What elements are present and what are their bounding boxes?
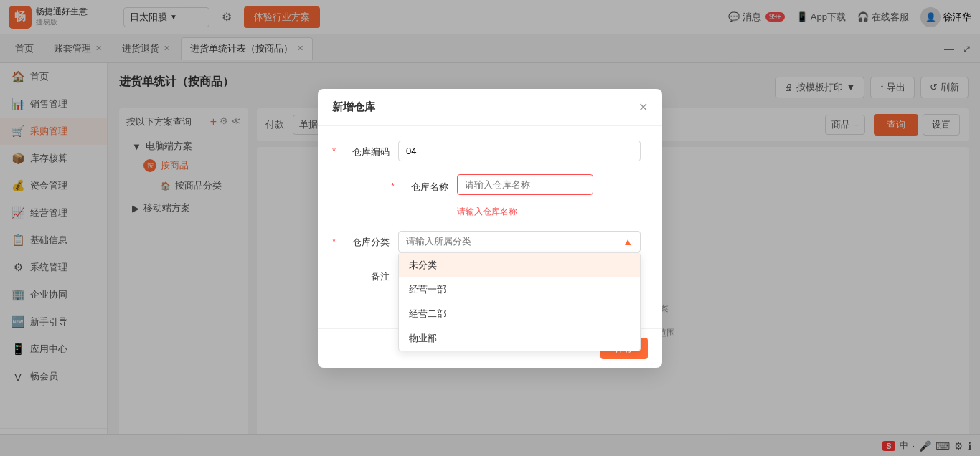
new-warehouse-modal: 新增仓库 ✕ 仓库编码 仓库名称 请输入仓库名称 仓库分类 — [318, 89, 662, 368]
code-label: 仓库编码 — [339, 141, 390, 158]
form-row-code: 仓库编码 — [339, 141, 641, 161]
name-error-msg: 请输入仓库名称 — [457, 206, 517, 217]
modal-close-button[interactable]: ✕ — [639, 100, 648, 114]
category-option-dept1[interactable]: 经营一部 — [399, 277, 640, 302]
name-input[interactable] — [457, 174, 593, 195]
modal-overlay: 新增仓库 ✕ 仓库编码 仓库名称 请输入仓库名称 仓库分类 — [0, 0, 980, 456]
form-row-name: 仓库名称 请输入仓库名称 — [339, 174, 641, 218]
category-option-none[interactable]: 未分类 — [399, 253, 640, 277]
category-toggle-icon[interactable]: ▲ — [623, 236, 633, 247]
modal-body: 仓库编码 仓库名称 请输入仓库名称 仓库分类 ▲ — [318, 126, 662, 328]
name-label: 仓库名称 — [398, 176, 448, 194]
category-input[interactable] — [406, 236, 623, 247]
modal-title: 新增仓库 — [332, 100, 375, 114]
category-field: ▲ 未分类 经营一部 经营二部 物业部 — [398, 231, 641, 252]
modal-header: 新增仓库 ✕ — [318, 89, 662, 126]
category-dropdown: 未分类 经营一部 经营二部 物业部 — [398, 252, 641, 351]
category-option-dept2[interactable]: 经营二部 — [399, 302, 640, 326]
notes-label: 备注 — [339, 265, 390, 283]
form-row-category: 仓库分类 ▲ 未分类 经营一部 经营二部 — [339, 231, 641, 252]
category-label: 仓库分类 — [339, 231, 390, 249]
code-input[interactable] — [398, 141, 641, 161]
category-input-wrap[interactable]: ▲ — [398, 231, 641, 252]
category-option-property[interactable]: 物业部 — [399, 326, 640, 351]
